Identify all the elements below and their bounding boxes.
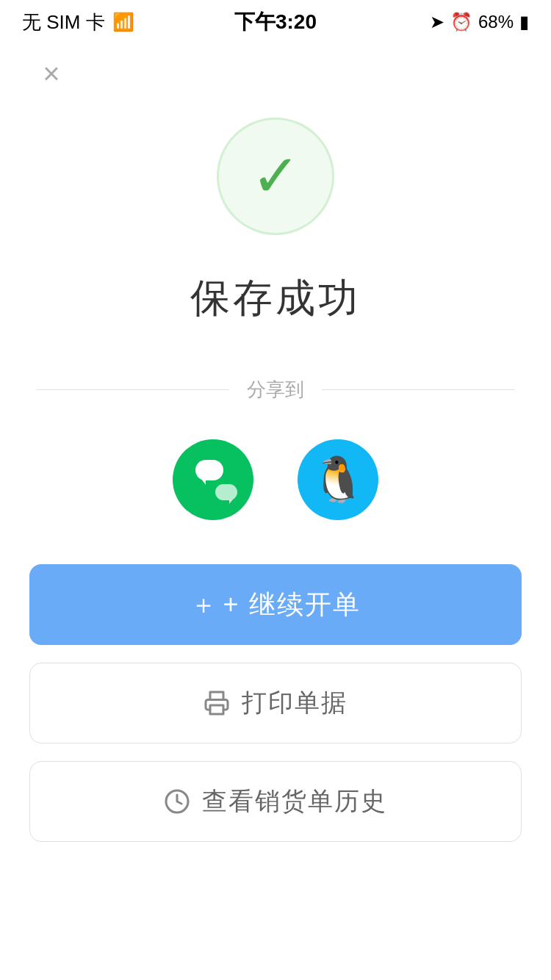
- print-label: 打印单据: [242, 686, 347, 720]
- qq-button[interactable]: 🐧: [298, 439, 378, 520]
- battery-icon: ▮: [519, 12, 529, 32]
- location-icon: ➤: [430, 12, 444, 32]
- alarm-icon: ⏰: [450, 12, 472, 32]
- success-title: 保存成功: [190, 272, 361, 325]
- success-circle: ✓: [217, 118, 334, 235]
- wechat-button[interactable]: [173, 439, 253, 520]
- qq-penguin-icon: 🐧: [311, 458, 366, 502]
- share-icons: 🐧: [0, 439, 551, 520]
- status-right: ➤ ⏰ 68% ▮: [430, 12, 529, 32]
- wechat-icon-inner: [190, 460, 237, 500]
- buttons-section: ＋ + 继续开单 打印单据 查看销货单历史: [0, 564, 551, 842]
- plus-icon: ＋: [190, 587, 218, 623]
- wechat-bubble-large: [195, 460, 223, 480]
- printer-icon: [204, 690, 230, 716]
- wifi-icon: 📶: [112, 12, 134, 32]
- share-section: 分享到 🐧: [0, 377, 551, 520]
- status-bar: 无 SIM 卡 📶 下午3:20 ➤ ⏰ 68% ▮: [0, 0, 551, 44]
- divider-line-right: [322, 389, 514, 390]
- print-button[interactable]: 打印单据: [29, 663, 522, 743]
- share-divider: 分享到: [0, 377, 551, 403]
- status-time: 下午3:20: [234, 8, 317, 36]
- continue-label: + 继续开单: [223, 587, 360, 623]
- status-left: 无 SIM 卡 📶: [22, 10, 134, 35]
- history-button[interactable]: 查看销货单历史: [29, 761, 522, 842]
- close-button[interactable]: ×: [29, 51, 73, 96]
- sim-status: 无 SIM 卡: [22, 10, 105, 35]
- divider-line-left: [37, 389, 229, 390]
- history-label: 查看销货单历史: [202, 785, 387, 818]
- svg-rect-0: [210, 705, 223, 714]
- close-icon: ×: [43, 59, 60, 88]
- battery-percent: 68%: [478, 12, 514, 32]
- share-label: 分享到: [229, 377, 322, 403]
- main-content: ✓ 保存成功 分享到 🐧 ＋ + 继: [0, 44, 551, 842]
- continue-button[interactable]: ＋ + 继续开单: [29, 564, 522, 645]
- wechat-bubble-small: [215, 484, 237, 500]
- checkmark-icon: ✓: [251, 147, 300, 206]
- history-icon: [164, 788, 190, 815]
